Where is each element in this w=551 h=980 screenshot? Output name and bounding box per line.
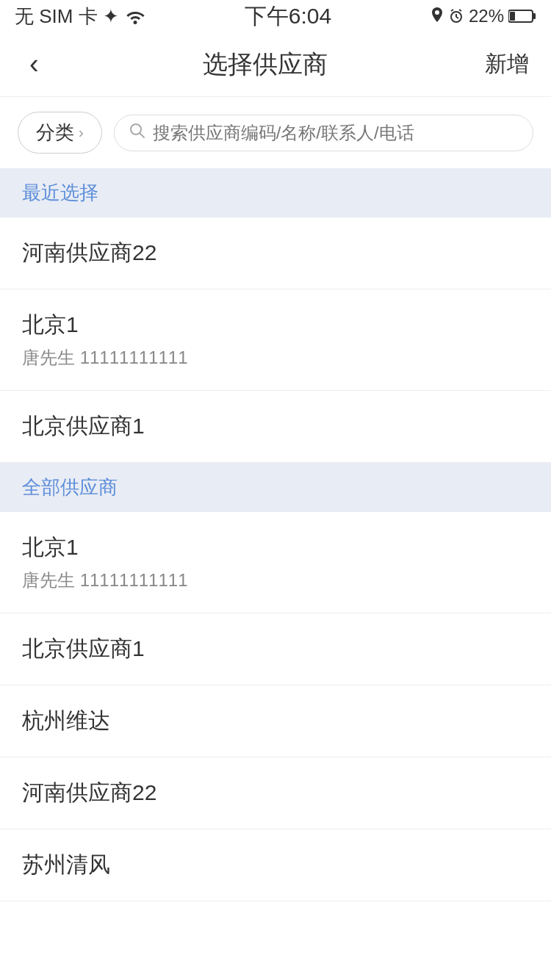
list-item[interactable]: 北京供应商1 xyxy=(0,391,551,463)
item-name: 河南供应商22 xyxy=(22,238,529,268)
status-time: 下午6:04 xyxy=(245,1,331,32)
category-label: 分类 xyxy=(36,120,74,145)
list-item[interactable]: 河南供应商22 xyxy=(0,757,551,829)
battery-icon xyxy=(508,9,536,24)
item-name: 北京1 xyxy=(22,310,529,340)
add-button[interactable]: 新增 xyxy=(485,49,529,79)
section-header-recent: 最近选择 xyxy=(0,168,551,217)
status-bar: 无 SIM 卡 ✦ 下午6:04 22% xyxy=(0,0,551,32)
page-title: 选择供应商 xyxy=(203,48,328,82)
svg-line-4 xyxy=(459,10,461,11)
battery-label: 22% xyxy=(469,6,504,26)
item-name: 北京1 xyxy=(22,533,529,563)
item-name: 苏州清风 xyxy=(22,850,529,880)
search-icon xyxy=(129,123,145,143)
filter-bar: 分类 › xyxy=(0,97,551,168)
wifi-icon xyxy=(125,8,145,24)
svg-line-9 xyxy=(140,133,144,137)
item-sub: 唐先生 11111111111 xyxy=(22,346,529,370)
svg-rect-6 xyxy=(533,13,536,19)
item-name: 北京供应商1 xyxy=(22,634,529,664)
alarm-icon xyxy=(448,8,464,24)
list-item[interactable]: 北京1唐先生 11111111111 xyxy=(0,289,551,391)
status-left: 无 SIM 卡 ✦ xyxy=(15,4,145,29)
nav-bar: ‹ 选择供应商 新增 xyxy=(0,32,551,97)
category-button[interactable]: 分类 › xyxy=(18,112,102,154)
suppliers-list: 最近选择河南供应商22北京1唐先生 11111111111北京供应商1全部供应商… xyxy=(0,168,551,901)
no-sim-label: 无 SIM 卡 ✦ xyxy=(15,4,119,29)
chevron-right-icon: › xyxy=(79,124,84,141)
list-item[interactable]: 河南供应商22 xyxy=(0,217,551,289)
location-icon xyxy=(431,7,444,25)
svg-rect-7 xyxy=(510,12,515,21)
search-input[interactable] xyxy=(153,123,518,143)
back-button[interactable]: ‹ xyxy=(22,41,46,87)
list-item[interactable]: 北京1唐先生 11111111111 xyxy=(0,512,551,613)
item-name: 杭州维达 xyxy=(22,706,529,736)
svg-line-2 xyxy=(456,17,458,18)
svg-line-3 xyxy=(451,10,453,11)
search-box[interactable] xyxy=(114,115,533,151)
list-item[interactable]: 苏州清风 xyxy=(0,829,551,901)
list-item[interactable]: 北京供应商1 xyxy=(0,613,551,685)
status-right: 22% xyxy=(431,6,536,26)
item-name: 河南供应商22 xyxy=(22,778,529,808)
section-header-all: 全部供应商 xyxy=(0,463,551,512)
item-name: 北京供应商1 xyxy=(22,411,529,442)
list-item[interactable]: 杭州维达 xyxy=(0,685,551,757)
item-sub: 唐先生 11111111111 xyxy=(22,569,529,592)
